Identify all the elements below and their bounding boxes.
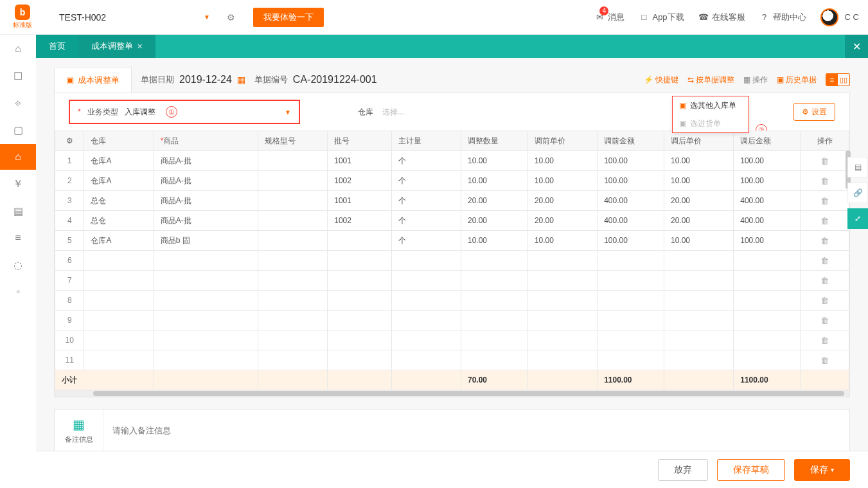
delete-icon[interactable]: 🗑: [820, 356, 829, 365]
warehouse-select[interactable]: 仓库 选择...: [358, 107, 404, 118]
table-wrap: ⚙ 仓库 *商品 规格型号 批号 主计量 调整数量 调前单价 调前金额 调后单价…: [55, 131, 849, 397]
sidebar-warehouse-icon[interactable]: ⌂: [0, 144, 36, 170]
settings-button[interactable]: ⚙设置: [793, 103, 835, 121]
close-icon[interactable]: ✕: [137, 42, 143, 51]
doc-icon: ▣: [679, 119, 686, 128]
logo: b 标准版: [9, 5, 36, 30]
annotation-1: ①: [166, 106, 177, 118]
delete-icon[interactable]: 🗑: [820, 236, 829, 246]
save-button[interactable]: 保存▾: [794, 459, 850, 481]
sidebar-money-icon[interactable]: ￥: [12, 177, 24, 190]
link-icon: ⇆: [687, 75, 694, 84]
row-settings-header[interactable]: ⚙: [55, 131, 84, 151]
doc-date-value[interactable]: 2019-12-24: [179, 74, 232, 86]
table-row[interactable]: 6🗑: [55, 251, 849, 271]
calendar-icon[interactable]: ▦: [237, 75, 245, 85]
subtotal-row: 小计 70.00 1100.00 1100.00: [55, 370, 849, 390]
footer-bar: 放弃 保存草稿 保存▾: [36, 451, 868, 488]
online-service-link[interactable]: ☎ 在线客服: [698, 12, 745, 23]
sidebar-new-icon[interactable]: ▫: [12, 285, 24, 298]
history-button[interactable]: ▣历史单据: [777, 75, 817, 86]
messages-link[interactable]: ✉ 消息 4: [594, 12, 624, 23]
messages-badge: 4: [599, 6, 608, 15]
history-icon: ▣: [777, 75, 784, 84]
delete-icon[interactable]: 🗑: [820, 316, 829, 325]
horizontal-scrollbar[interactable]: [55, 390, 849, 397]
chevron-down-icon: ▼: [285, 109, 291, 116]
delete-icon[interactable]: 🗑: [820, 256, 829, 266]
headset-icon: ☎: [698, 12, 709, 23]
sidebar-report-icon[interactable]: ▤: [12, 204, 24, 217]
remark-label: ▦ 备注信息: [55, 410, 103, 451]
view-toggle[interactable]: ≡ ▯▯: [826, 73, 850, 86]
top-bar: b 标准版 TEST-H002 ▼ ⚙ 我要体验一下 ✉ 消息 4 □ App下…: [0, 0, 868, 35]
sidebar-list-icon[interactable]: ≡: [12, 231, 24, 244]
tab-home[interactable]: 首页: [36, 35, 78, 58]
doc-date: 单据日期 2019-12-24 ▦: [141, 74, 245, 86]
settings-icon[interactable]: ⚙: [227, 12, 235, 23]
rail-expand-icon[interactable]: ⤢: [847, 208, 868, 229]
table-row[interactable]: 10🗑: [55, 330, 849, 350]
tab-cost-adjust[interactable]: 成本调整单✕: [78, 35, 155, 58]
rail-note-icon[interactable]: ▤: [847, 157, 868, 177]
bolt-icon: ⚡: [644, 75, 653, 84]
by-order-button[interactable]: ⇆按单据调整: [687, 75, 734, 86]
rail-link-icon[interactable]: 🔗: [847, 183, 868, 203]
doc-number: 单据编号 CA-20191224-001: [254, 74, 377, 86]
table-row[interactable]: 3总仓商品A-批1001个20.0020.00400.0020.00400.00…: [55, 191, 849, 211]
help-center-link[interactable]: ? 帮助中心: [759, 12, 806, 23]
tabstrip-close-icon[interactable]: ✕: [845, 35, 868, 58]
table-row[interactable]: 7🗑: [55, 271, 849, 291]
sidebar-home-icon[interactable]: ⌂: [12, 42, 24, 55]
sidebar: ⌂ ☐ ⟐ ▢ ⌂ ￥ ▤ ≡ ◌ ▫: [0, 35, 36, 488]
table-row[interactable]: 2仓库A商品A-批1002个10.0010.00100.0010.00100.0…: [55, 171, 849, 191]
sidebar-sync-icon[interactable]: ◌: [12, 258, 24, 271]
card-view-icon[interactable]: ▯▯: [838, 74, 849, 86]
help-icon: ?: [759, 12, 770, 23]
note-icon: ▦: [73, 417, 85, 432]
popup-other-inbound[interactable]: ▣选其他入库单: [673, 96, 748, 114]
doc-icon: ▣: [679, 101, 686, 110]
trial-button[interactable]: 我要体验一下: [253, 8, 324, 27]
remark-panel: ▦ 备注信息: [54, 409, 850, 451]
delete-icon[interactable]: 🗑: [820, 216, 829, 226]
shortcut-button[interactable]: ⚡快捷键: [644, 75, 678, 86]
phone-icon: □: [639, 12, 649, 23]
business-type-select[interactable]: * 业务类型 入库调整 ① ▼: [69, 100, 300, 124]
remark-input[interactable]: [103, 410, 849, 451]
document-header: ▣ 成本调整单 单据日期 2019-12-24 ▦ 单据编号 CA-201912…: [54, 67, 850, 93]
table-row[interactable]: 1仓库A商品A-批1001个10.0010.00100.0010.00100.0…: [55, 151, 849, 171]
table-row[interactable]: 11🗑: [55, 350, 849, 370]
delete-icon[interactable]: 🗑: [820, 156, 829, 166]
document-tab[interactable]: ▣ 成本调整单: [54, 67, 132, 93]
main-area: ▣ 成本调整单 单据日期 2019-12-24 ▦ 单据编号 CA-201912…: [36, 58, 868, 488]
chevron-down-icon: ▼: [204, 14, 210, 21]
sidebar-house-icon[interactable]: ⟐: [12, 96, 24, 109]
doc-number-value: CA-20191224-001: [293, 74, 377, 86]
table-row[interactable]: 8🗑: [55, 291, 849, 311]
table-header-row: ⚙ 仓库 *商品 规格型号 批号 主计量 调整数量 调前单价 调前金额 调后单价…: [55, 131, 849, 151]
sidebar-bag-icon[interactable]: ▢: [12, 123, 24, 136]
table-row[interactable]: 9🗑: [55, 311, 849, 330]
grid-icon: ▦: [743, 75, 750, 84]
discard-button[interactable]: 放弃: [658, 459, 708, 481]
popup-purchase: ▣选进货单: [673, 114, 748, 132]
avatar[interactable]: [820, 8, 838, 26]
table-row[interactable]: 4总仓商品A-批1002个20.0020.00400.0020.00400.00…: [55, 211, 849, 231]
delete-icon[interactable]: 🗑: [820, 196, 829, 206]
chevron-down-icon: ▾: [831, 466, 834, 473]
tenant-name: TEST-H002: [59, 12, 106, 23]
delete-icon[interactable]: 🗑: [820, 176, 829, 186]
sidebar-gift-icon[interactable]: ☐: [12, 69, 24, 82]
tenant-select[interactable]: TEST-H002 ▼: [53, 8, 217, 27]
table-row[interactable]: 5仓库A商品b 固个10.0010.00100.0010.00100.00🗑: [55, 231, 849, 251]
app-download-link[interactable]: □ App下载: [639, 12, 684, 23]
document-icon: ▣: [66, 75, 74, 85]
ops-button[interactable]: ▦操作: [743, 75, 768, 86]
delete-icon[interactable]: 🗑: [820, 336, 829, 345]
delete-icon[interactable]: 🗑: [820, 296, 829, 305]
save-draft-button[interactable]: 保存草稿: [717, 459, 785, 481]
data-table: ⚙ 仓库 *商品 规格型号 批号 主计量 调整数量 调前单价 调前金额 调后单价…: [55, 131, 849, 390]
list-view-icon[interactable]: ≡: [826, 74, 838, 86]
delete-icon[interactable]: 🗑: [820, 276, 829, 285]
